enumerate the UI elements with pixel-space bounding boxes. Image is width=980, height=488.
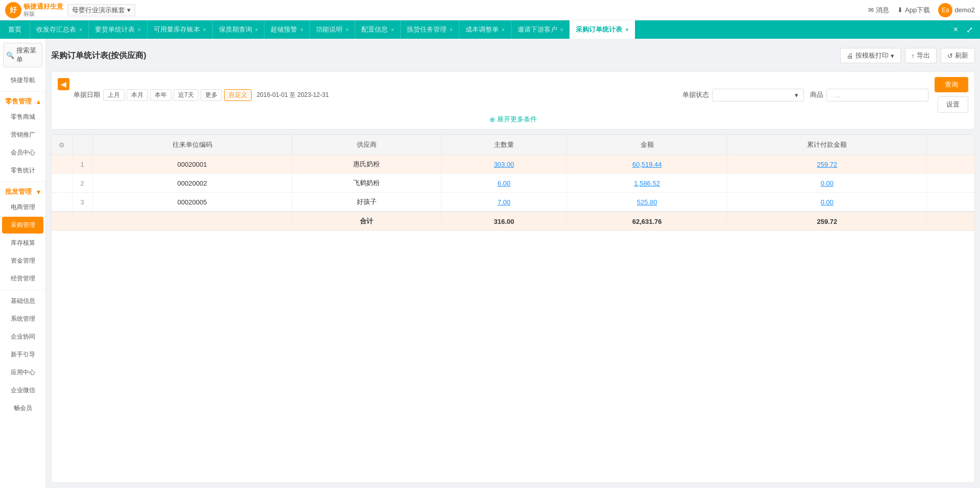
settings-button[interactable]: 设置 [938,96,968,113]
tab-close-warranty-query[interactable]: × [255,27,258,33]
date-btn-last-month[interactable]: 上月 [103,89,125,101]
tab-close-cost-adjust[interactable]: × [502,27,505,33]
sidebar-item-retail-shop[interactable]: 零售商城 [2,109,43,125]
tab-close-overstock-warning[interactable]: × [300,27,303,33]
sidebar-item-app-center[interactable]: 应用中心 [2,364,43,381]
status-select[interactable]: ▾ [712,89,804,101]
cum-pay-link-2[interactable]: 0.00 [821,179,834,187]
footer-num [72,212,92,231]
footer-supplier: 合计 [292,212,441,231]
tab-function-desc[interactable]: 功能说明 × [310,20,355,39]
status-label: 单据状态 [682,90,709,99]
goods-input[interactable]: … [826,89,928,101]
sidebar-item-ecommerce[interactable]: 电商管理 [2,199,43,216]
sidebar-item-vip-member[interactable]: 畅会员 [2,400,43,417]
sidebar-item-fund-mgmt[interactable]: 资金管理 [2,252,43,269]
tab-invite-downstream[interactable]: 邀请下游客户 × [511,20,570,39]
export-button[interactable]: ↑ 导出 [905,48,937,63]
cell-settings-2 [52,174,72,193]
col-partner-code: 往来单位编码 [92,135,292,155]
chevron-down-icon-2: ▾ [37,188,40,196]
date-btn-this-year[interactable]: 本年 [150,89,172,101]
tab-picking-task[interactable]: 拣货任务管理 × [401,20,459,39]
cell-supplier-1: 惠氏奶粉 [292,155,441,174]
cell-amount-1: 60,519.44 [567,155,727,174]
search-menu-button[interactable]: 🔍 搜索菜单 [3,43,42,67]
app-download-button[interactable]: ⬇ App下载 [897,6,930,15]
goods-more-icon[interactable]: … [834,91,841,99]
tab-home[interactable]: 首页 [0,20,30,39]
date-btn-this-month[interactable]: 本月 [127,89,148,101]
query-btn-area: 查询 设置 [935,77,968,113]
amount-link-1[interactable]: 60,519.44 [632,161,662,168]
tab-close-available-stock[interactable]: × [203,27,206,33]
sidebar-item-stock-check[interactable]: 库存核算 [2,235,43,251]
amount-link-3[interactable]: 525.80 [637,198,657,206]
user-avatar[interactable]: Ea demo2 [938,3,975,17]
date-label: 单据日期 [74,90,100,99]
messages-button[interactable]: ✉ 消息 [868,6,889,15]
sidebar-item-member-center[interactable]: 会员中心 [2,144,43,161]
main-qty-link-2[interactable]: 6.00 [498,179,510,187]
restore-window-button[interactable]: ⤢ [963,24,976,36]
cell-amount-3: 525.80 [567,193,727,212]
tab-bar-actions: × ⤢ [950,24,980,36]
section-wholesale-mgmt[interactable]: 批发管理 ▾ [0,184,45,198]
tab-close-receive-summary[interactable]: × [79,27,82,33]
date-btn-custom[interactable]: 自定义 [224,89,252,101]
sidebar-item-purchase-mgmt[interactable]: 采购管理 [2,217,43,234]
cum-pay-link-3[interactable]: 0.00 [821,198,834,206]
filter-collapse-btn[interactable]: ◀ [58,78,69,90]
tab-overstock-warning[interactable]: 超储预警 × [264,20,310,39]
sidebar-item-sys-mgmt[interactable]: 系统管理 [2,311,43,327]
print-icon: 🖨 [847,52,853,60]
download-icon: ⬇ [897,6,903,14]
expand-icon: ⊕ [489,116,495,123]
sidebar-item-marketing[interactable]: 营销推广 [2,126,43,143]
main-qty-link-3[interactable]: 7.00 [498,198,510,206]
filter-top-row: ◀ 单据日期 上月 本月 本年 近7天 更多 [58,77,968,113]
settings-icon[interactable]: ⚙ [59,141,65,149]
expand-more-conditions-button[interactable]: ⊕ 展开更多条件 [489,115,537,124]
sidebar-item-basic-info[interactable]: 基础信息 [2,293,43,310]
tab-close-order-summary[interactable]: × [138,27,141,33]
tab-close-config-info[interactable]: × [391,27,394,33]
tab-order-summary[interactable]: 要货单统计表 × [89,20,148,39]
sidebar-item-biz-mgmt[interactable]: 经营管理 [2,270,43,287]
tab-close-invite-downstream[interactable]: × [560,27,564,33]
nav-divider-2 [0,182,45,182]
tab-config-info[interactable]: 配置信息 × [355,20,401,39]
query-button[interactable]: 查询 [935,77,968,92]
status-filter: 单据状态 ▾ [682,89,804,101]
avatar-icon: Ea [938,3,952,17]
sidebar-item-quick-nav[interactable]: 快捷导航 [2,72,43,89]
sidebar-item-enterprise-wechat[interactable]: 企业微信 [2,382,43,399]
col-num [72,135,92,155]
footer-main-qty: 316.00 [441,212,567,231]
close-all-tabs-button[interactable]: × [950,24,961,35]
cum-pay-link-1[interactable]: 259.72 [817,161,838,168]
tab-close-picking-task[interactable]: × [450,27,453,33]
sidebar: 🔍 搜索菜单 快捷导航 零售管理 ▴ 零售商城 营销推广 会员中心 零售统计 批… [0,39,46,488]
date-btn-7days[interactable]: 近7天 [174,89,199,101]
date-btn-more[interactable]: 更多 [201,89,222,101]
main-qty-link-1[interactable]: 303.00 [494,161,514,168]
tab-cost-adjust[interactable]: 成本调整单 × [459,20,511,39]
sidebar-item-retail-stats[interactable]: 零售统计 [2,162,43,179]
table-row: 2 00020002 飞鹤奶粉 6.00 1,586.52 0.00 [52,174,974,193]
tab-purchase-summary[interactable]: 采购订单统计表 × [570,20,635,39]
workspace-selector[interactable]: 母婴行业演示账套 ▾ [67,4,135,16]
amount-link-2[interactable]: 1,586.52 [634,179,660,187]
tab-close-function-desc[interactable]: × [346,27,349,33]
sidebar-item-new-guide[interactable]: 新手引导 [2,346,43,363]
tab-close-purchase-summary[interactable]: × [625,27,628,33]
section-retail-mgmt[interactable]: 零售管理 ▴ [0,94,45,108]
footer-label [92,212,292,231]
sidebar-item-enterprise[interactable]: 企业协同 [2,328,43,345]
goods-filter: 商品 … [810,89,928,101]
tab-warranty-query[interactable]: 保质期查询 × [213,20,265,39]
tab-receive-summary[interactable]: 收发存汇总表 × [30,20,89,39]
tab-available-stock[interactable]: 可用量库存账本 × [148,20,213,39]
template-print-button[interactable]: 🖨 按模板打印 ▾ [840,48,901,63]
refresh-button[interactable]: ↺ 刷新 [941,48,975,63]
